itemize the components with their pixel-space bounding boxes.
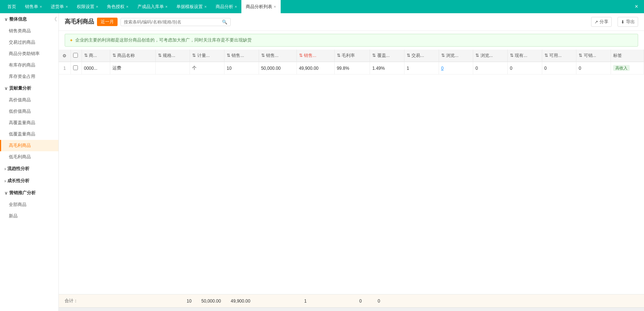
export-icon: ⬇ bbox=[621, 19, 625, 25]
cell-tag: 高收入 bbox=[611, 62, 644, 75]
export-button[interactable]: ⬇ 导出 bbox=[618, 17, 638, 27]
sidebar-item-low-margin[interactable]: 低毛利商品 bbox=[0, 151, 58, 163]
share-icon: ↗ bbox=[594, 19, 598, 25]
col-tag[interactable]: 标签 bbox=[611, 50, 644, 62]
col-coverage[interactable]: ⇅ 覆盖... bbox=[370, 50, 404, 62]
arrow-down-icon-3: ∨ bbox=[4, 191, 8, 196]
sidebar-item-high-value[interactable]: 高价值商品 bbox=[0, 94, 58, 106]
sidebar-item-category-rate[interactable]: 商品分类助销率 bbox=[0, 48, 58, 59]
sidebar-item-high-margin[interactable]: 高毛利商品 bbox=[0, 140, 58, 151]
nav-product-analysis[interactable]: 商品分析 × bbox=[211, 0, 241, 13]
nav-role[interactable]: 角色授权 × bbox=[102, 0, 133, 13]
info-banner: ✦ 企业的主要的利润都是这部分商品创造的，可考虑加大推广，同时关注库存是不要出现… bbox=[65, 34, 638, 47]
sort-icon-amount: ⇅ bbox=[261, 53, 266, 58]
nav-purchase[interactable]: 进货单 × bbox=[46, 0, 72, 13]
col-current-stock[interactable]: ⇅ 现有... bbox=[507, 50, 542, 62]
sort-icon-sell: ⇅ bbox=[579, 53, 583, 58]
search-input[interactable] bbox=[124, 19, 220, 25]
nav-close-template[interactable]: × bbox=[204, 4, 206, 9]
table-header-row: ⚙ ⇅ 商... ⇅ 商品名称 bbox=[59, 50, 644, 62]
sidebar-item-sales-goods[interactable]: 销售类商品 bbox=[0, 25, 58, 37]
nav-close-permission[interactable]: × bbox=[96, 4, 98, 9]
table-footer: 合计： 10 50,000.00 49,900.00 1 0 0 bbox=[59, 294, 644, 307]
sort-icon: ⇅ bbox=[84, 53, 89, 58]
page-title: 高毛利商品 bbox=[65, 18, 94, 26]
sidebar-item-stock-capital[interactable]: 库存资金占用 bbox=[0, 71, 58, 82]
sidebar-group-contribution[interactable]: ∨ 贡献量分析 bbox=[0, 82, 58, 94]
col-spec[interactable]: ⇅ 规格... bbox=[155, 50, 190, 62]
col-gross-margin[interactable]: ⇅ 毛利率 bbox=[334, 50, 370, 62]
sidebar-item-in-stock[interactable]: 有库存的商品 bbox=[0, 59, 58, 71]
cell-gross-margin: 99.8% bbox=[334, 62, 370, 75]
sidebar-item-traded-goods[interactable]: 交易过的商品 bbox=[0, 37, 58, 48]
cell-coverage: 1.49% bbox=[370, 62, 404, 75]
row-select-checkbox[interactable] bbox=[73, 65, 78, 70]
nav-close-product-analysis[interactable]: × bbox=[235, 4, 237, 9]
col-unit[interactable]: ⇅ 计量... bbox=[190, 50, 224, 62]
cell-sellable: 0 bbox=[576, 62, 611, 75]
nav-close-product-analysis-list[interactable]: × bbox=[274, 4, 276, 9]
select-all-checkbox[interactable] bbox=[73, 53, 78, 58]
nav-template[interactable]: 单据模板设置 × bbox=[172, 0, 211, 13]
cell-sales-amount: 50,000.00 bbox=[259, 62, 296, 75]
nav-home[interactable]: 首页 bbox=[3, 0, 21, 13]
nav-product-in[interactable]: 产成品入库单 × bbox=[133, 0, 172, 13]
footer-current-stock: 0 bbox=[357, 299, 375, 304]
bottom-scrollbar[interactable] bbox=[59, 307, 644, 311]
cell-available: 0 bbox=[542, 62, 576, 75]
col-transaction[interactable]: ⇅ 交易... bbox=[404, 50, 439, 62]
sidebar-group-overall[interactable]: ∨ 整体信息 bbox=[0, 13, 58, 25]
row-checkbox[interactable] bbox=[71, 62, 82, 75]
col-browse1[interactable]: ⇅ 浏览... bbox=[439, 50, 473, 62]
sort-icon-qty: ⇅ bbox=[227, 53, 231, 58]
cell-transaction: 1 bbox=[404, 62, 439, 75]
col-browse2[interactable]: ⇅ 浏览... bbox=[473, 50, 508, 62]
sidebar-item-all-goods[interactable]: 全部商品 bbox=[0, 199, 58, 210]
filter-recent-month-button[interactable]: 近一月 bbox=[97, 18, 118, 26]
col-settings[interactable]: ⚙ bbox=[59, 50, 71, 62]
star-icon: ✦ bbox=[69, 38, 73, 43]
cell-browse2: 0 bbox=[473, 62, 508, 75]
close-all-tabs[interactable]: × bbox=[632, 3, 641, 10]
sidebar-item-low-value[interactable]: 低价值商品 bbox=[0, 106, 58, 117]
footer-sales-qty: 10 bbox=[184, 299, 199, 304]
row-num: 1 bbox=[59, 62, 71, 75]
sidebar-item-new-goods[interactable]: 新品 bbox=[0, 210, 58, 222]
sort-icon-avail: ⇅ bbox=[544, 53, 549, 58]
col-available[interactable]: ⇅ 可用... bbox=[542, 50, 576, 62]
col-sales-cost[interactable]: ⇅ 销售... bbox=[296, 50, 334, 62]
col-sales-amount[interactable]: ⇅ 销售... bbox=[259, 50, 296, 62]
footer-available: 0 bbox=[375, 299, 394, 304]
top-nav: 首页 销售单 × 进货单 × 权限设置 × 角色授权 × 产成品入库单 × 单据… bbox=[0, 0, 644, 13]
nav-permission[interactable]: 权限设置 × bbox=[72, 0, 102, 13]
main-layout: 《 ∨ 整体信息 销售类商品 交易过的商品 商品分类助销率 有库存的商品 库存资… bbox=[0, 13, 644, 311]
sidebar-group-marketing[interactable]: ∨ 营销推广分析 bbox=[0, 187, 58, 199]
nav-close-role[interactable]: × bbox=[126, 4, 128, 9]
nav-product-analysis-list[interactable]: 商品分析列表 × bbox=[241, 0, 280, 13]
col-sku[interactable]: ⇅ 商... bbox=[82, 50, 110, 62]
sidebar-collapse-button[interactable]: 《 bbox=[52, 16, 57, 23]
sidebar-item-low-coverage[interactable]: 低覆盖量商品 bbox=[0, 129, 58, 140]
cell-sku: 0000... bbox=[82, 62, 110, 75]
search-icon: 🔍 bbox=[222, 19, 227, 25]
col-sellable[interactable]: ⇅ 可销... bbox=[576, 50, 611, 62]
sort-icon-browse1: ⇅ bbox=[441, 53, 446, 58]
nav-close-product-in[interactable]: × bbox=[165, 4, 168, 9]
sidebar-group-growth[interactable]: › 成长性分析 bbox=[0, 175, 58, 187]
sidebar-group-flow[interactable]: › 流趋性分析 bbox=[0, 163, 58, 175]
nav-close-sales[interactable]: × bbox=[40, 4, 42, 9]
share-button[interactable]: ↗ 分享 bbox=[591, 17, 612, 27]
search-box[interactable]: 🔍 bbox=[120, 18, 231, 26]
arrow-right-icon: › bbox=[4, 166, 6, 171]
content-header: 高毛利商品 近一月 🔍 ↗ 分享 ⬇ 导出 bbox=[59, 13, 644, 31]
sidebar-item-high-coverage[interactable]: 高覆盖量商品 bbox=[0, 117, 58, 129]
col-checkbox[interactable] bbox=[71, 50, 82, 62]
nav-sales[interactable]: 销售单 × bbox=[21, 0, 46, 13]
sort-icon-trans: ⇅ bbox=[407, 53, 411, 58]
nav-close-purchase[interactable]: × bbox=[65, 4, 68, 9]
col-sales-qty[interactable]: ⇅ 销售... bbox=[224, 50, 259, 62]
sort-icon-unit: ⇅ bbox=[192, 53, 197, 58]
sort-icon-browse2: ⇅ bbox=[475, 53, 480, 58]
cell-browse1[interactable]: 0 bbox=[439, 62, 473, 75]
col-name[interactable]: ⇅ 商品名称 bbox=[110, 50, 155, 62]
